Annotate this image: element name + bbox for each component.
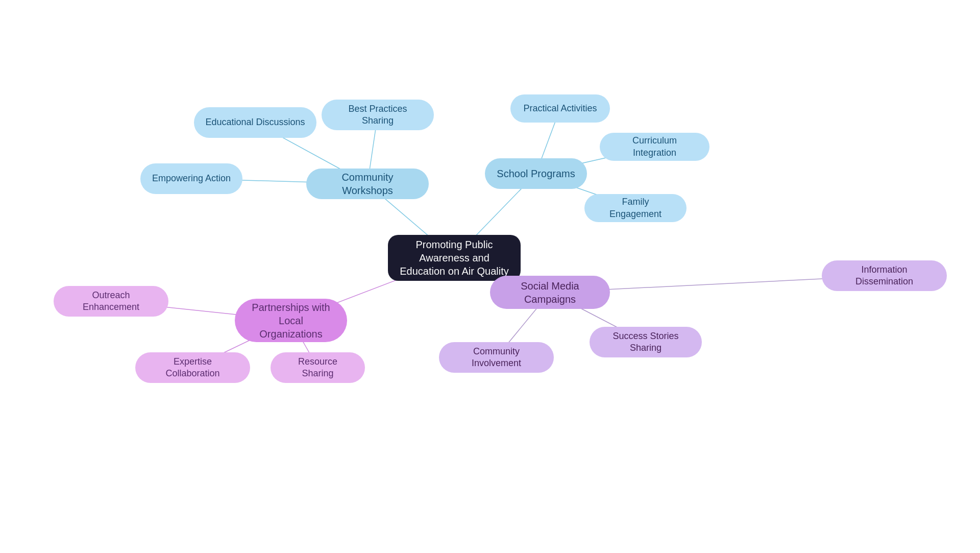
node-outreach_enhancement: Outreach Enhancement bbox=[54, 286, 168, 317]
node-social_media_campaigns: Social Media Campaigns bbox=[490, 276, 610, 309]
mindmap-container: Promoting Public Awareness and Education… bbox=[0, 0, 980, 553]
node-educational_discussions: Educational Discussions bbox=[194, 107, 316, 138]
node-success_stories_sharing: Success Stories Sharing bbox=[590, 327, 702, 357]
node-empowering_action: Empowering Action bbox=[140, 163, 242, 194]
node-school_programs: School Programs bbox=[485, 158, 587, 189]
node-expertise_collaboration: Expertise Collaboration bbox=[135, 352, 250, 383]
node-practical_activities: Practical Activities bbox=[510, 94, 610, 123]
node-partnerships: Partnerships with Local Organizations bbox=[235, 299, 347, 342]
center-node: Promoting Public Awareness and Education… bbox=[388, 235, 521, 281]
node-information_dissemination: Information Dissemination bbox=[822, 260, 947, 291]
node-community_involvement: Community Involvement bbox=[439, 342, 554, 373]
node-community_workshops: Community Workshops bbox=[306, 169, 429, 199]
node-resource_sharing: Resource Sharing bbox=[271, 352, 365, 383]
node-curriculum_integration: Curriculum Integration bbox=[600, 133, 709, 161]
node-family_engagement: Family Engagement bbox=[584, 194, 687, 222]
node-best_practices_sharing: Best Practices Sharing bbox=[322, 100, 434, 130]
